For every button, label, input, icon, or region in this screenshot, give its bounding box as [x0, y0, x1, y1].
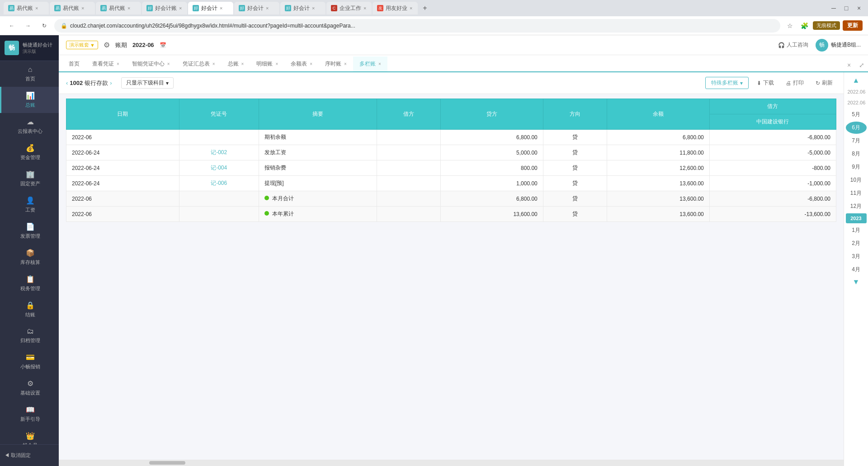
- sidebar-item-archive[interactable]: 🗂 归档管理: [0, 323, 59, 348]
- close-window-button[interactable]: ×: [854, 3, 864, 14]
- date-nav-aug[interactable]: 8月: [846, 148, 867, 160]
- sidebar-item-basic-settings[interactable]: ⚙ 基础设置: [0, 375, 59, 401]
- browser-tab-8[interactable]: C 企业工作 ×: [326, 2, 372, 14]
- browser-tab-close-4[interactable]: ×: [179, 5, 182, 11]
- date-nav-up[interactable]: ▲: [853, 75, 860, 86]
- browser-tab-close-9[interactable]: ×: [410, 5, 412, 11]
- incognito-button[interactable]: 无痕模式: [813, 21, 840, 30]
- browser-tab-7[interactable]: 好 好会计 ×: [280, 2, 326, 14]
- ledger-table-wrap[interactable]: 日期 凭证号 摘要 借方 贷方 方向 余额 借方 中国建设银行: [59, 94, 844, 460]
- calendar-icon[interactable]: 📅: [160, 42, 166, 48]
- sidebar-item-general-ledger[interactable]: 📊 总账: [0, 87, 59, 113]
- tab-sequence-ledger[interactable]: 序时账 ×: [319, 56, 353, 72]
- browser-tab-close-8[interactable]: ×: [363, 5, 366, 11]
- prev-nav-arrow[interactable]: ‹: [66, 80, 68, 86]
- next-nav-arrow[interactable]: ›: [110, 80, 112, 86]
- archive-icon: 🗂: [27, 327, 34, 335]
- date-nav-down[interactable]: ▼: [853, 276, 860, 288]
- sidebar-item-tax[interactable]: 📋 税务管理: [0, 270, 59, 297]
- page-content: ‹ 1002 银行存款 › 只显示下级科目 ▾ 特殊多栏账 ▾: [59, 72, 868, 466]
- bookmark-icon[interactable]: ☆: [784, 20, 796, 32]
- browser-tab-5[interactable]: 好 好会计 ×: [188, 2, 233, 14]
- browser-tab-close-3[interactable]: ×: [127, 5, 130, 11]
- sub-filter-dropdown[interactable]: 只显示下级科目 ▾: [121, 77, 174, 89]
- demo-badge[interactable]: 演示账套 ▼: [66, 41, 98, 49]
- browser-tab-2[interactable]: 易 易代账 ×: [50, 2, 95, 14]
- extensions-icon[interactable]: 🧩: [798, 20, 810, 32]
- tab-sequence-ledger-close[interactable]: ×: [344, 61, 347, 66]
- update-button[interactable]: 更新: [843, 20, 863, 31]
- tab-smart-voucher[interactable]: 智能凭证中心 ×: [126, 56, 176, 72]
- unpin-button[interactable]: ◀ 取消固定: [5, 449, 54, 461]
- tab-smart-voucher-close[interactable]: ×: [167, 61, 170, 66]
- sidebar-item-closing[interactable]: 🔒 结账: [0, 297, 59, 323]
- date-nav-oct[interactable]: 10月: [846, 174, 867, 186]
- new-tab-button[interactable]: +: [419, 2, 431, 14]
- consult-button[interactable]: 🎧 人工咨询: [778, 41, 808, 49]
- sidebar-item-expense[interactable]: 💳 小畅报销: [0, 348, 59, 375]
- tab-voucher-summary-close[interactable]: ×: [212, 61, 215, 66]
- tab-detail-ledger-close[interactable]: ×: [275, 61, 278, 66]
- multi-col-button[interactable]: 特殊多栏账 ▾: [705, 77, 749, 89]
- url-input[interactable]: 🔒 cloud2.chanjet.com/accounting/uh26t264…: [54, 19, 780, 33]
- cell-voucher-3[interactable]: 记-006: [179, 176, 259, 191]
- tab-balance-table[interactable]: 余额表 ×: [284, 56, 319, 72]
- sidebar-item-inventory[interactable]: 📦 库存核算: [0, 244, 59, 270]
- date-nav-jul[interactable]: 7月: [846, 135, 867, 147]
- tab-multi-col-ledger-close[interactable]: ×: [378, 61, 381, 66]
- tab-detail-ledger[interactable]: 明细账 ×: [250, 56, 284, 72]
- tab-voucher-summary[interactable]: 凭证汇总表 ×: [176, 56, 222, 72]
- browser-tab-close-5[interactable]: ×: [220, 5, 222, 11]
- browser-tab-close-7[interactable]: ×: [312, 5, 315, 11]
- print-button[interactable]: 🖨 打印: [782, 77, 807, 89]
- date-nav-sep[interactable]: 9月: [846, 161, 867, 173]
- date-nav-feb-2023[interactable]: 2月: [846, 237, 867, 249]
- date-nav-apr-2023[interactable]: 4月: [846, 264, 867, 276]
- expand-tab-icon[interactable]: ⤢: [855, 59, 868, 71]
- date-nav-jun[interactable]: 6月: [846, 122, 867, 134]
- scroll-thumb[interactable]: [149, 461, 185, 465]
- forward-button[interactable]: →: [22, 19, 34, 32]
- sidebar-item-member[interactable]: 👑 畅会员: [0, 427, 59, 444]
- maximize-button[interactable]: □: [841, 3, 852, 14]
- tab-multi-col-ledger[interactable]: 多栏账 ×: [353, 56, 387, 72]
- browser-tab-1[interactable]: 易 易代账 ×: [4, 2, 49, 14]
- date-nav-jan-2023[interactable]: 1月: [846, 224, 867, 236]
- browser-tab-close-6[interactable]: ×: [266, 5, 269, 11]
- back-button[interactable]: ←: [5, 19, 18, 32]
- date-nav-may[interactable]: 5月: [846, 108, 867, 121]
- browser-tab-3[interactable]: 易 易代账 ×: [96, 2, 141, 14]
- date-nav-nov[interactable]: 11月: [846, 187, 867, 199]
- browser-tab-close-1[interactable]: ×: [35, 5, 38, 11]
- tab-voucher-view[interactable]: 查看凭证 ×: [86, 56, 126, 72]
- sidebar-item-invoice[interactable]: 📄 发票管理: [0, 218, 59, 244]
- sidebar-item-guide[interactable]: 📖 新手引导: [0, 401, 59, 427]
- browser-tab-4[interactable]: 好 好会计账 ×: [142, 2, 187, 14]
- cell-voucher-1[interactable]: 记-002: [179, 145, 259, 160]
- user-info[interactable]: 畅 畅捷通B组...: [816, 39, 861, 52]
- download-button[interactable]: ⬇ 下载: [753, 77, 778, 89]
- browser-tab-9[interactable]: 友 用友好业 ×: [373, 2, 418, 14]
- bottom-scrollbar[interactable]: [59, 460, 844, 466]
- close-tab-icon[interactable]: ×: [843, 59, 855, 71]
- browser-tab-close-2[interactable]: ×: [81, 5, 84, 11]
- sidebar-item-fund-mgmt[interactable]: 💰 资金管理: [0, 139, 59, 165]
- cell-voucher-2[interactable]: 记-004: [179, 160, 259, 176]
- settings-button[interactable]: ⚙: [104, 41, 110, 49]
- sidebar-item-home[interactable]: ⌂ 首页: [0, 61, 59, 87]
- tab-home[interactable]: 首页: [62, 56, 86, 72]
- top-bar-right: 🎧 人工咨询 畅 畅捷通B组...: [778, 39, 861, 52]
- refresh-button[interactable]: ↻: [38, 19, 51, 32]
- sidebar-item-fixed-assets[interactable]: 🏢 固定资产: [0, 165, 59, 192]
- minimize-button[interactable]: ─: [828, 3, 839, 14]
- date-nav-dec[interactable]: 12月: [846, 200, 867, 212]
- date-nav-mar-2023[interactable]: 3月: [846, 250, 867, 263]
- refresh-button[interactable]: ↻ 刷新: [812, 77, 836, 89]
- browser-tab-6[interactable]: 好 好会计 ×: [234, 2, 279, 14]
- tab-general-ledger-close[interactable]: ×: [241, 61, 244, 66]
- tab-voucher-view-close[interactable]: ×: [117, 61, 119, 66]
- tab-balance-table-close[interactable]: ×: [310, 61, 312, 66]
- sidebar-item-cloud-report[interactable]: ☁ 云报表中心: [0, 113, 59, 139]
- sidebar-item-salary[interactable]: 👤 工资: [0, 192, 59, 218]
- tab-general-ledger[interactable]: 总账 ×: [222, 56, 250, 72]
